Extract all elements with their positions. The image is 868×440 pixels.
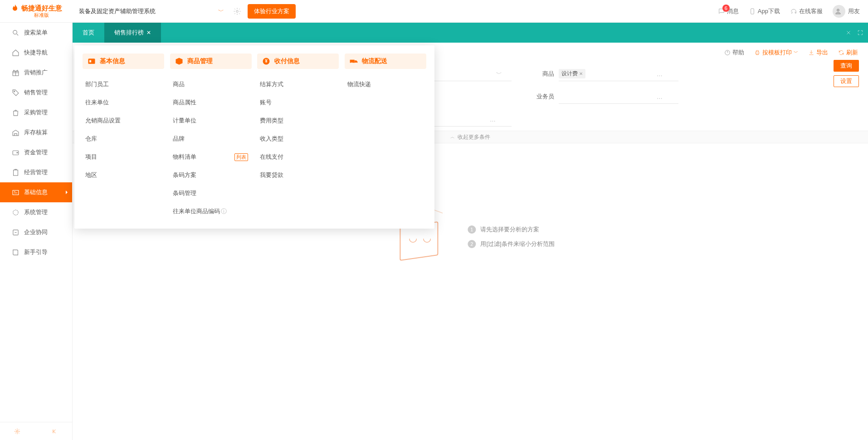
close-all-icon[interactable] bbox=[845, 29, 852, 36]
mega-item[interactable]: 项目 bbox=[83, 148, 170, 166]
help-button[interactable]: 帮助 bbox=[724, 49, 744, 57]
mega-col-payment: ¥收付信息 结算方式 账号 费用类型 收入类型 在线支付 我要贷款 bbox=[257, 54, 345, 220]
org-selector[interactable]: 装备及固定资产辅助管理系统 ﹀ bbox=[79, 7, 224, 15]
question-icon[interactable]: ⓘ bbox=[221, 207, 227, 215]
mega-item[interactable]: 商品属性 bbox=[170, 93, 258, 112]
money-icon: ¥ bbox=[262, 57, 271, 66]
sidebar-item-finance[interactable]: 资金管理 bbox=[0, 142, 72, 162]
headset-icon bbox=[790, 8, 797, 15]
settings-button[interactable]: 设置 bbox=[834, 75, 859, 87]
svg-point-2 bbox=[837, 9, 839, 11]
gear-icon[interactable] bbox=[14, 428, 21, 435]
user-menu[interactable]: 用友 bbox=[833, 5, 860, 18]
svg-point-0 bbox=[236, 10, 239, 12]
id-card-icon bbox=[87, 57, 96, 66]
home-icon bbox=[12, 49, 20, 57]
mega-item[interactable]: 结算方式 bbox=[257, 75, 345, 93]
print-icon bbox=[754, 49, 761, 56]
phone-icon bbox=[749, 8, 756, 15]
sidebar-item-purchase[interactable]: 采购管理 bbox=[0, 103, 72, 122]
step-badge-2: 2 bbox=[468, 240, 476, 248]
svg-rect-1 bbox=[751, 9, 754, 14]
mega-col-basic: 基本信息 部门员工 往来单位 允销商品设置 仓库 项目 地区 bbox=[83, 54, 170, 220]
box-icon bbox=[175, 57, 184, 66]
settings-button[interactable] bbox=[233, 7, 241, 15]
sidebar-item-system[interactable]: 系统管理 bbox=[0, 202, 72, 222]
sidebar-item-marketing[interactable]: 营销推广 bbox=[0, 63, 72, 83]
mega-item-bom[interactable]: 物料清单列表 bbox=[170, 148, 258, 166]
warehouse-icon bbox=[12, 129, 20, 137]
refresh-button[interactable]: 刷新 bbox=[838, 49, 858, 57]
gear-icon bbox=[233, 7, 241, 15]
gift-icon bbox=[12, 69, 20, 77]
mega-item[interactable]: 收入类型 bbox=[257, 130, 345, 148]
industry-solution-button[interactable]: 体验行业方案 bbox=[248, 4, 296, 19]
org-name: 装备及固定资产辅助管理系统 bbox=[79, 7, 156, 15]
truck-icon bbox=[349, 57, 358, 66]
sidebar-item-basic-info[interactable]: 基础信息 bbox=[0, 182, 72, 202]
app-name: 畅捷通好生意 bbox=[21, 4, 62, 13]
svg-point-7 bbox=[17, 152, 18, 153]
svg-rect-16 bbox=[89, 60, 91, 63]
chevron-down-icon: ﹀ bbox=[218, 7, 224, 15]
fullscreen-icon[interactable] bbox=[857, 29, 863, 36]
svg-rect-9 bbox=[13, 190, 19, 195]
tab-home[interactable]: 首页 bbox=[73, 23, 104, 43]
svg-point-20 bbox=[351, 63, 352, 64]
app-header: 畅捷通好生意 标准版 装备及固定资产辅助管理系统 ﹀ 体验行业方案 6 消息 A… bbox=[0, 0, 868, 23]
sidebar-item-collab[interactable]: 企业协同 bbox=[0, 222, 72, 242]
sidebar: 搜索菜单 快捷导航 营销推广 销售管理 采购管理 库存核算 资金管理 经营管理 … bbox=[0, 23, 73, 440]
collapse-icon[interactable] bbox=[51, 428, 59, 435]
mega-item[interactable]: 在线支付 bbox=[257, 148, 345, 166]
refresh-icon bbox=[838, 49, 844, 56]
print-button[interactable]: 按模板打印﹀ bbox=[754, 49, 798, 57]
edition-label: 标准版 bbox=[34, 12, 49, 19]
sidebar-footer bbox=[0, 422, 72, 440]
question-icon bbox=[724, 49, 731, 56]
app-download-link[interactable]: App下载 bbox=[749, 7, 780, 15]
mega-item[interactable]: 地区 bbox=[83, 166, 170, 184]
svg-text:¥: ¥ bbox=[265, 59, 268, 64]
svg-point-12 bbox=[16, 430, 18, 432]
mega-item[interactable]: 账号 bbox=[257, 93, 345, 112]
chevron-up-icon: ︿ bbox=[450, 134, 455, 140]
mega-item[interactable]: 往来单位 bbox=[83, 93, 170, 112]
more-icon[interactable]: … bbox=[657, 93, 663, 100]
mega-item-partner-code[interactable]: 往来单位商品编码ⓘ bbox=[170, 202, 258, 220]
mega-item[interactable]: 品牌 bbox=[170, 130, 258, 148]
list-tag[interactable]: 列表 bbox=[234, 153, 248, 161]
export-icon bbox=[808, 49, 814, 56]
mega-item[interactable]: 商品 bbox=[170, 75, 258, 93]
sidebar-item-sales[interactable]: 销售管理 bbox=[0, 83, 72, 103]
mega-menu: 基本信息 部门员工 往来单位 允销商品设置 仓库 项目 地区 商品管理 商品 商… bbox=[74, 45, 434, 229]
remove-tag-icon[interactable]: ✕ bbox=[579, 71, 583, 76]
more-icon[interactable]: … bbox=[657, 71, 663, 78]
mega-item[interactable]: 物流快递 bbox=[345, 75, 432, 93]
sidebar-item-operation[interactable]: 经营管理 bbox=[0, 162, 72, 182]
mega-item[interactable]: 条码管理 bbox=[170, 184, 258, 202]
tab-sales-ranking[interactable]: 销售排行榜 ✕ bbox=[104, 23, 161, 43]
sidebar-item-guide[interactable]: 新手引导 bbox=[0, 242, 72, 262]
mega-item[interactable]: 部门员工 bbox=[83, 75, 170, 93]
more-icon[interactable]: … bbox=[490, 116, 497, 123]
sidebar-item-quicknav[interactable]: 快捷导航 bbox=[0, 43, 72, 63]
export-button[interactable]: 导出 bbox=[808, 49, 828, 57]
empty-line-2: 用[过滤]条件来缩小分析范围 bbox=[480, 240, 554, 248]
mega-item[interactable]: 费用类型 bbox=[257, 112, 345, 130]
online-service-link[interactable]: 在线客服 bbox=[790, 7, 823, 15]
tab-bar: 首页 销售排行榜 ✕ bbox=[73, 23, 868, 43]
messages-link[interactable]: 6 消息 bbox=[718, 7, 739, 15]
mega-item[interactable]: 我要贷款 bbox=[257, 166, 345, 184]
close-icon[interactable]: ✕ bbox=[146, 29, 151, 36]
sidebar-item-inventory[interactable]: 库存核算 bbox=[0, 122, 72, 142]
clipboard-icon bbox=[12, 169, 20, 176]
sidebar-item-search[interactable]: 搜索菜单 bbox=[0, 23, 72, 43]
mega-item[interactable]: 仓库 bbox=[83, 130, 170, 148]
mega-head-product: 商品管理 bbox=[170, 54, 252, 69]
mega-item[interactable]: 条码方案 bbox=[170, 166, 258, 184]
mega-item[interactable]: 计量单位 bbox=[170, 112, 258, 130]
svg-rect-8 bbox=[14, 170, 18, 175]
mega-item[interactable]: 允销商品设置 bbox=[83, 112, 170, 130]
query-button[interactable]: 查询 bbox=[834, 60, 859, 72]
svg-rect-14 bbox=[756, 52, 759, 54]
